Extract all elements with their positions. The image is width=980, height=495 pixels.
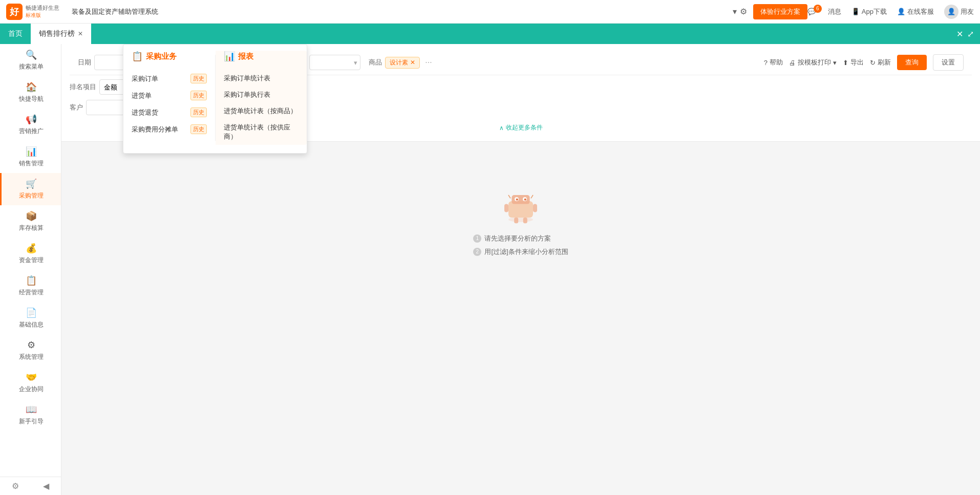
purchase-business-label: 采购业务 (146, 52, 177, 61)
top-bar: 好 畅捷通好生意 标准版 装备及固定资产辅助管理系统 ▾ ⚙ 体验行业方案 💬 … (0, 0, 980, 24)
goods-more-icon[interactable]: ··· (425, 58, 432, 67)
user-item[interactable]: 👤 用友 (944, 5, 974, 19)
order-exec-label: 采购订单执行表 (224, 90, 270, 99)
sidebar-item-system[interactable]: ⚙ 系统管理 (0, 334, 61, 367)
app-download-item[interactable]: 📱 App下载 (851, 7, 887, 16)
sidebar-item-search[interactable]: 🔍 搜索菜单 (0, 44, 61, 76)
system-title: 装备及固定资产辅助管理系统 (72, 7, 733, 16)
expense-history[interactable]: 历史 (190, 124, 207, 134)
industry-button[interactable]: 体验行业方案 (753, 4, 807, 19)
guide-icon: 📖 (26, 404, 37, 415)
svg-rect-10 (523, 218, 527, 223)
sidebar-label-finance: 资金管理 (19, 256, 44, 265)
tab-actions: ✕ ⤢ (956, 29, 980, 39)
empty-illustration (495, 183, 546, 224)
collab-icon: 🤝 (26, 372, 37, 383)
top-right: 💬 App下载 6 消息 📱 App下载 👤 在线客服 👤 用友 (807, 5, 974, 19)
online-service-item[interactable]: 👤 在线客服 (897, 7, 934, 16)
dropdown-col-purchase: 📋 采购业务 采购订单 历史 进货单 历史 进货退货 历史 (123, 51, 215, 145)
sidebar-item-inventory[interactable]: 📦 库存核算 (0, 205, 61, 238)
export-button[interactable]: ⬆ 导出 (843, 58, 864, 67)
svg-rect-9 (514, 218, 518, 223)
online-service-label: 在线客服 (907, 7, 934, 16)
gear-icon[interactable]: ⚙ (740, 7, 747, 16)
customer-label: 客户 (70, 103, 83, 112)
notification-item[interactable]: 💬 App下载 6 消息 (807, 7, 841, 16)
sidebar-item-marketing[interactable]: 📢 营销推广 (0, 109, 61, 141)
step-1-num: 1 (473, 234, 481, 243)
search-button[interactable]: 查询 (897, 55, 927, 70)
stockin-by-supplier-label: 进货单统计表（按供应商） (224, 123, 299, 141)
purchase-order-history[interactable]: 历史 (190, 74, 207, 83)
sidebar-settings-icon[interactable]: ⚙ (12, 481, 19, 491)
dropdown-item-purchase-order[interactable]: 采购订单 历史 (132, 70, 207, 87)
tab-close-window-icon[interactable]: ✕ (956, 29, 963, 39)
sidebar-item-finance[interactable]: 💰 资金管理 (0, 238, 61, 270)
tab-close-icon[interactable]: ✕ (78, 30, 83, 37)
sidebar-item-basic[interactable]: 📄 基础信息 (0, 302, 61, 334)
empty-line2: 用[过滤]条件来缩小分析范围 (484, 245, 568, 259)
tab-maximize-icon[interactable]: ⤢ (967, 29, 974, 39)
sidebar-item-guide[interactable]: 📖 新手引导 (0, 399, 61, 431)
dropdown-menu: 📋 采购业务 采购订单 历史 进货单 历史 进货退货 历史 (123, 44, 307, 154)
goods-filter: 商品 设计素 ✕ ··· (369, 57, 432, 69)
service-icon: 👤 (897, 8, 905, 15)
settings-dropdown-icon[interactable]: ▾ (733, 7, 737, 16)
svg-point-5 (516, 199, 518, 201)
sidebar-label-basic: 基础信息 (19, 320, 44, 329)
svg-rect-7 (504, 204, 508, 212)
dropdown-item-stockin-by-goods[interactable]: 进货单统计表（按商品） (224, 103, 299, 119)
sidebar-label-system: 系统管理 (19, 353, 44, 361)
goods-tag-close[interactable]: ✕ (410, 59, 415, 66)
dropdown-header-purchase: 📋 采购业务 (132, 51, 207, 65)
goods-tag-area: 设计素 ✕ (385, 57, 420, 69)
step-2-num: 2 (473, 248, 481, 256)
phone-icon: 📱 (851, 8, 860, 15)
return-history[interactable]: 历史 (190, 107, 207, 117)
dropdown-item-expense[interactable]: 采购费用分摊单 历史 (132, 121, 207, 138)
logo-text: 畅捷通好生意 (26, 4, 59, 11)
stock-in-history[interactable]: 历史 (190, 91, 207, 100)
refresh-button[interactable]: ↻ 刷新 (870, 58, 891, 67)
sidebar-collapse-icon[interactable]: ◀ (43, 481, 49, 491)
message-label: 消息 (828, 7, 841, 16)
dropdown-item-stockin-by-supplier[interactable]: 进货单统计表（按供应商） (224, 119, 299, 145)
dropdown-item-stock-in[interactable]: 进货单 历史 (132, 87, 207, 104)
user-label: 用友 (961, 7, 974, 16)
sidebar-item-purchase[interactable]: 🛒 采购管理 (0, 173, 61, 205)
tab-sales-ranking[interactable]: 销售排行榜 ✕ (31, 24, 91, 44)
svg-rect-8 (533, 204, 537, 212)
collapse-label: 收起更多条件 (506, 123, 543, 132)
stock-in-label: 进货单 (132, 91, 152, 100)
sidebar-item-collab[interactable]: 🤝 企业协同 (0, 367, 61, 399)
empty-text: 1 请先选择要分析的方案 2 用[过滤]条件来缩小分析范围 (473, 232, 568, 259)
svg-point-6 (524, 199, 526, 201)
marketing-icon: 📢 (26, 114, 37, 125)
dropdown-item-order-stats[interactable]: 采购订单统计表 (224, 70, 299, 87)
collapse-up-icon: ∧ (499, 124, 504, 132)
sidebar-bottom: ⚙ ◀ (0, 477, 61, 495)
goods-tag: 设计素 ✕ (385, 57, 420, 69)
return-label: 进货退货 (132, 108, 158, 117)
sidebar-item-operation[interactable]: 📋 经营管理 (0, 270, 61, 302)
toolbar-right: ? 帮助 🖨 按模板打印 ▾ ⬆ 导出 ↻ 刷新 (764, 54, 964, 71)
help-button[interactable]: ? 帮助 (764, 58, 783, 67)
sidebar-label-marketing: 营销推广 (19, 127, 44, 136)
tab-home[interactable]: 首页 (0, 24, 31, 44)
dropdown-item-order-exec[interactable]: 采购订单执行表 (224, 87, 299, 103)
empty-state: 1 请先选择要分析的方案 2 用[过滤]条件来缩小分析范围 (61, 142, 980, 299)
avatar: 👤 (944, 5, 958, 19)
content-area: 📋 采购业务 采购订单 历史 进货单 历史 进货退货 历史 (61, 44, 980, 495)
sidebar-item-sales[interactable]: 📊 销售管理 (0, 141, 61, 173)
purchase-business-icon: 📋 (132, 51, 143, 62)
empty-step-1: 1 请先选择要分析的方案 (473, 232, 568, 245)
dropdown-item-return[interactable]: 进货退货 历史 (132, 104, 207, 121)
settings-button[interactable]: 设置 (933, 54, 964, 71)
export-icon: ⬆ (843, 59, 848, 67)
sidebar-label-sales: 销售管理 (19, 159, 44, 168)
doc-status-select[interactable] (309, 55, 360, 70)
print-button[interactable]: 🖨 按模板打印 ▾ (789, 58, 837, 67)
sidebar-label-operation: 经营管理 (19, 288, 44, 297)
export-label: 导出 (850, 58, 864, 67)
sidebar-item-nav[interactable]: 🏠 快捷导航 (0, 76, 61, 109)
